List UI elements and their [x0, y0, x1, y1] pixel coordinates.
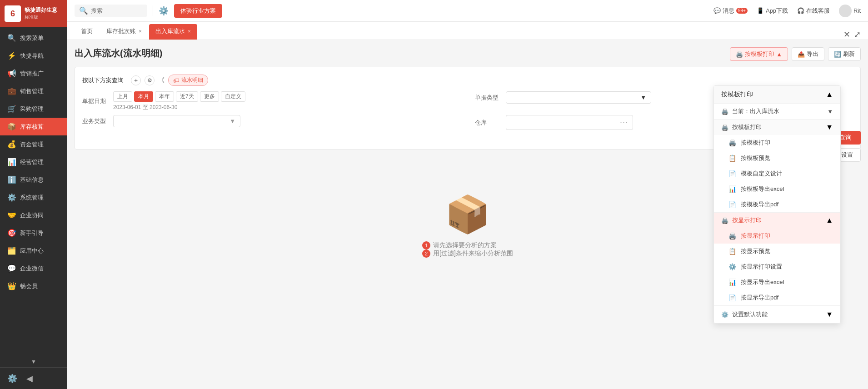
dropdown-item-display_print_settings[interactable]: ⚙️按显示打印设置 — [714, 259, 840, 274]
dropdown-footer[interactable]: ⚙️ 设置默认功能 ▼ — [714, 306, 840, 323]
tab-batch[interactable]: 库存批次账× — [100, 24, 148, 40]
filter-tag[interactable]: 🏷 流水明细 — [168, 75, 208, 86]
system-icon: ⚙️ — [7, 193, 16, 202]
sidebar-item-finance[interactable]: 💰资金管理 — [0, 135, 67, 153]
export-btn[interactable]: 📤 导出 — [792, 47, 824, 61]
search-label: 搜索菜单 — [20, 34, 44, 42]
sidebar-item-member[interactable]: 👑畅会员 — [0, 277, 67, 295]
item-label-display_print_settings: 按显示打印设置 — [741, 263, 782, 271]
filter-add-btn[interactable]: + — [131, 75, 141, 85]
sidebar-item-sales[interactable]: 💼销售管理 — [0, 82, 67, 100]
refresh-btn[interactable]: 🔄 刷新 — [828, 47, 861, 61]
sidebar-item-guide[interactable]: 🎯新手引导 — [0, 224, 67, 242]
headset-icon: 🎧 — [797, 7, 804, 14]
basic-icon: ℹ️ — [7, 175, 16, 184]
footer-label: 设置默认功能 — [732, 310, 768, 319]
user-area[interactable]: Rit — [839, 5, 861, 17]
topbar: 🔍 ⚙️ 体验行业方案 💬 消息 99+ 📱 App下载 🎧 在线客服 Rit — [67, 0, 868, 22]
settings-icon[interactable]: ⚙️ — [7, 374, 17, 384]
empty-illustration: 📦 — [445, 193, 490, 236]
step-text-1: 请先选择要分析的方案 — [433, 241, 497, 249]
sidebar-item-purchase[interactable]: 🛒采购管理 — [0, 100, 67, 118]
maximize-icon[interactable]: ⤢ — [854, 30, 861, 40]
tab-batch-close[interactable]: × — [139, 28, 142, 35]
date-tab-custom[interactable]: 自定义 — [221, 91, 245, 102]
step-num-1: 1 — [422, 241, 430, 249]
dropdown-item-display_export_excel[interactable]: 📊按显示导出excel — [714, 274, 840, 290]
date-tab-current_year[interactable]: 本年 — [155, 91, 174, 102]
date-filter: 上月本月本年近7天更多自定义2023-06-01 至 2023-06-30 — [113, 91, 245, 111]
date-tab-last_7[interactable]: 近7天 — [176, 91, 198, 102]
item-label-display_print_item: 按显示打印 — [741, 232, 770, 240]
dropdown-item-template_custom[interactable]: 📄模板自定义设计 — [714, 166, 840, 181]
date-range-text: 2023-06-01 至 2023-06-30 — [113, 104, 245, 111]
dropdown-item-template_print_item[interactable]: 🖨️按模板打印 — [714, 135, 840, 150]
divider1 — [153, 5, 153, 16]
tab-flow-close[interactable]: × — [188, 28, 191, 35]
print-template-btn[interactable]: 🖨️ 按模板打印 ▲ — [730, 47, 788, 61]
dropdown-item-display_export_pdf[interactable]: 📄按显示导出pdf — [714, 290, 840, 305]
item-icon-template_export_pdf: 📄 — [728, 201, 736, 208]
content-actions: 🖨️ 按模板打印 ▲ 📤 导出 🔄 刷新 — [730, 47, 861, 61]
sidebar-item-basic[interactable]: ℹ️基础信息 — [0, 171, 67, 189]
finance-label: 资金管理 — [20, 140, 44, 149]
online-service-btn[interactable]: 🎧 在线客服 — [797, 7, 830, 15]
sidebar-item-inventory[interactable]: 📦库存核算 — [0, 118, 67, 135]
section-title-display_print: 🖨️按显示打印 — [721, 216, 762, 224]
messages-btn[interactable]: 💬 消息 99+ — [713, 7, 748, 15]
footer-icon: ⚙️ — [721, 311, 728, 318]
date-tab-more[interactable]: 更多 — [200, 91, 219, 102]
gear-icon[interactable]: ⚙️ — [159, 6, 169, 16]
sidebar-item-collab[interactable]: 🤝企业协同 — [0, 206, 67, 224]
online-service-label: 在线客服 — [806, 7, 830, 15]
biz-type-select[interactable]: ▼ — [113, 115, 240, 127]
voucher-type-select[interactable]: ▼ — [506, 91, 651, 104]
sidebar-item-operations[interactable]: 📊经营管理 — [0, 153, 67, 171]
filter-top: 按以下方案查询 + ⚙ 《 🏷 流水明细 — [82, 75, 853, 86]
empty-steps: 1请先选择要分析的方案2用[过滤]条件来缩小分析范围 — [422, 241, 513, 258]
collapse-icon[interactable]: ◀ — [26, 374, 33, 384]
item-label-display_export_excel: 按显示导出excel — [741, 278, 784, 286]
warehouse-label: 仓库 — [475, 119, 502, 127]
dropdown-item-display_print_item[interactable]: 🖨️按显示打印 — [714, 228, 840, 244]
sidebar-scroll-down[interactable]: ▼ — [0, 356, 67, 367]
date-field-label: 单据日期 — [82, 97, 110, 105]
empty-step-1: 1请先选择要分析的方案 — [422, 241, 513, 249]
tab-flow[interactable]: 出入库流水× — [149, 24, 197, 40]
app-download-label: App下载 — [766, 7, 788, 15]
item-icon-display_print_item: 🖨️ — [728, 232, 736, 239]
trial-industry-btn[interactable]: 体验行业方案 — [174, 4, 222, 18]
filter-settings-btn[interactable]: ⚙ — [145, 75, 155, 85]
dropdown-sections: 🖨️按模板打印▼🖨️按模板打印📋按模板预览📄模板自定义设计📊按模板导出excel… — [714, 120, 840, 306]
dropdown-item-template_export_excel[interactable]: 📊按模板导出excel — [714, 181, 840, 197]
date-tab-current_month[interactable]: 本月 — [134, 91, 153, 102]
sidebar-item-system[interactable]: ⚙️系统管理 — [0, 189, 67, 206]
date-tab-last_month[interactable]: 上月 — [113, 91, 132, 102]
dropdown-current[interactable]: 🖨️ 当前：出入库流水 ▼ — [714, 104, 840, 120]
app-logo: 6 畅捷通好生意 标准版 — [0, 0, 67, 27]
sidebar-item-search[interactable]: 🔍搜索菜单 — [0, 29, 67, 47]
sidebar-item-marketing[interactable]: 📢营销推广 — [0, 65, 67, 82]
app-download-btn[interactable]: 📱 App下载 — [757, 7, 788, 15]
tab-home[interactable]: 首页 — [75, 24, 99, 40]
dropdown-title: 按模板打印 — [721, 90, 753, 99]
search-input[interactable] — [91, 7, 136, 14]
shortcut-label: 快捷导航 — [20, 52, 44, 60]
current-chevron: ▼ — [827, 108, 833, 115]
sidebar-item-wechat[interactable]: 💬企业微信 — [0, 259, 67, 277]
dropdown-item-template_export_pdf[interactable]: 📄按模板导出pdf — [714, 197, 840, 212]
sidebar-item-shortcut[interactable]: ⚡快捷导航 — [0, 47, 67, 65]
dropdown-item-template_preview[interactable]: 📋按模板预览 — [714, 150, 840, 166]
operations-label: 经营管理 — [20, 158, 44, 166]
search-box[interactable]: 🔍 — [75, 5, 147, 17]
item-icon-template_print_item: 🖨️ — [728, 139, 736, 146]
close-tab-icon[interactable]: ✕ — [843, 30, 850, 40]
dropdown-section-header-display_print[interactable]: 🖨️按显示打印▲ — [714, 213, 840, 228]
warehouse-select[interactable]: ··· — [506, 115, 633, 130]
item-label-display_preview: 按显示预览 — [741, 247, 770, 255]
dropdown-item-display_preview[interactable]: 📋按显示预览 — [714, 244, 840, 259]
dropdown-section-header-template_print[interactable]: 🖨️按模板打印▼ — [714, 120, 840, 135]
sidebar-item-apps[interactable]: 🗂️应用中心 — [0, 242, 67, 259]
item-icon-display_export_excel: 📊 — [728, 279, 736, 286]
filter-collapse-arrow[interactable]: 《 — [158, 76, 165, 85]
